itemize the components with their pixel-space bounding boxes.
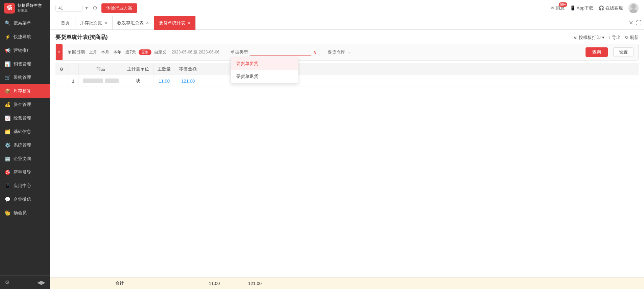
- topbar-number-input[interactable]: 41: [55, 5, 82, 12]
- date-more-tag[interactable]: 更多: [139, 49, 151, 55]
- tab-nav: 首页 库存批次账 ✕ 收发存汇总表 ✕ 要货单统计表 ✕ ✕ ⛶: [50, 16, 644, 30]
- td-amount: 121.00: [175, 75, 201, 87]
- basic-icon: 🗂️: [4, 128, 11, 135]
- date-filter-label: 单据日期: [67, 49, 85, 55]
- sidebar-item-wechat[interactable]: 💬企业微信: [0, 193, 50, 206]
- refresh-btn[interactable]: ↻ 刷新: [625, 35, 639, 41]
- th-goods: 商品: [79, 63, 123, 75]
- warehouse-filter-section: 要货仓库 ···: [328, 49, 352, 55]
- type-dropdown-arrow[interactable]: ∧: [313, 49, 316, 55]
- trial-button[interactable]: 体验行业方案: [101, 3, 137, 13]
- export-btn[interactable]: ↑ 导出: [609, 35, 621, 41]
- sidebar-item-basic[interactable]: 🗂️基础信息: [0, 125, 50, 138]
- sidebar-item-finance[interactable]: 💰资金管理: [0, 98, 50, 111]
- tab-extra-close[interactable]: ✕: [629, 20, 633, 26]
- tab-requisition[interactable]: 要货单统计表 ✕: [154, 16, 196, 30]
- shortcut-icon: ⚡: [4, 34, 11, 40]
- sidebar-item-system[interactable]: ⚙️系统管理: [0, 138, 50, 152]
- td-goods: [79, 75, 123, 87]
- content-actions: 🖨 按模板打印 ▾ ↑ 导出 ↻ 刷新: [573, 35, 639, 41]
- sidebar-logo: 畅 畅捷通好生意 标准版: [0, 0, 50, 16]
- th-unit: 主计量单位: [123, 63, 153, 75]
- print-arrow[interactable]: ▾: [602, 35, 604, 40]
- collapse-icon[interactable]: ◀▶: [37, 279, 45, 286]
- sidebar-item-sales[interactable]: 📊销售管理: [0, 57, 50, 71]
- logo-icon: 畅: [4, 3, 15, 14]
- type-filter-input[interactable]: [250, 49, 311, 55]
- sidebar-item-operation[interactable]: 📈经营管理: [0, 111, 50, 125]
- tab-collect[interactable]: 收发存汇总表 ✕: [113, 16, 154, 30]
- date-7days[interactable]: 近7天: [124, 49, 137, 56]
- th-qty: 主数量: [153, 63, 175, 75]
- query-button[interactable]: 查询: [586, 47, 608, 57]
- online-service-item[interactable]: 🎧 在线客服: [599, 5, 623, 11]
- date-custom[interactable]: 自定义: [153, 49, 168, 56]
- sidebar-item-shortcut[interactable]: ⚡快捷导航: [0, 30, 50, 44]
- topbar-right: ✉ 消息 99+ 📱 App下载 🎧 在线客服: [551, 3, 639, 13]
- sidebar-item-purchase[interactable]: 🛒采购管理: [0, 71, 50, 84]
- sidebar-item-appstore[interactable]: 📱应用中心: [0, 179, 50, 193]
- goods-placeholder-2: [105, 79, 119, 83]
- topbar-dropdown-arrow[interactable]: ▼: [85, 6, 89, 10]
- date-year[interactable]: 本年: [112, 49, 123, 56]
- system-icon: ⚙️: [4, 142, 11, 149]
- date-range-display: 2023-05-06 至 2023-06-06: [172, 49, 219, 55]
- sales-icon: 📊: [4, 61, 11, 67]
- print-btn[interactable]: 🖨 按模板打印 ▾: [573, 35, 604, 41]
- settings-button[interactable]: 设置: [613, 47, 634, 57]
- settings-bottom-icon[interactable]: ⚙: [5, 279, 9, 286]
- tab-collect-close[interactable]: ✕: [146, 21, 149, 25]
- content-header: 要货单统计表(按商品) 🖨 按模板打印 ▾ ↑ 导出 ↻ 刷新: [50, 30, 644, 44]
- tab-home[interactable]: 首页: [55, 16, 75, 30]
- table-settings-icon: ⚙: [59, 67, 64, 72]
- user-avatar[interactable]: [628, 3, 639, 13]
- export-icon: ↑: [609, 35, 611, 40]
- topbar: 41 ▼ ⚙ 体验行业方案 ✉ 消息 99+ 📱 App下载 🎧 在线客服: [50, 0, 644, 16]
- sidebar-item-member[interactable]: 👑畅会员: [0, 206, 50, 220]
- td-qty: 11.00: [153, 75, 175, 87]
- tab-batch-label: 库存批次账: [80, 20, 102, 26]
- messages-item[interactable]: ✉ 消息 99+: [551, 5, 565, 11]
- td-settings: [55, 75, 68, 87]
- content: 要货单统计表(按商品) 🖨 按模板打印 ▾ ↑ 导出 ↻ 刷新 »: [50, 30, 644, 289]
- purchase-icon: 🛒: [4, 74, 11, 81]
- sidebar-item-guide[interactable]: 🎯新手引导: [0, 165, 50, 179]
- app-download-item[interactable]: 📱 App下载: [570, 5, 593, 11]
- date-shortcuts: 上月 本月 本年 近7天 更多 自定义: [88, 49, 168, 56]
- table-area: ⚙ 商品 主计量单位 主数量 零售金额 1: [50, 63, 644, 277]
- sidebar-search-label: 搜索菜单: [14, 20, 31, 26]
- dropdown-item-requisition[interactable]: 要货单要货: [231, 57, 298, 70]
- logo-text: 畅捷通好生意 标准版: [18, 3, 42, 13]
- dropdown-item-return[interactable]: 要货单退货: [231, 70, 298, 83]
- tab-requisition-close[interactable]: ✕: [187, 21, 191, 25]
- finance-icon: 💰: [4, 101, 11, 108]
- messages-badge: 99+: [559, 2, 567, 7]
- table-row: 1 块 11.00 121.00: [55, 75, 639, 87]
- guide-icon: 🎯: [4, 169, 11, 176]
- operation-icon: 📈: [4, 115, 11, 121]
- tab-extra-expand[interactable]: ⛶: [636, 20, 641, 26]
- td-seq: 1: [68, 75, 79, 87]
- filter-bar: » 单据日期 上月 本月 本年 近7天 更多 自定义 2023-05-06 至 …: [55, 44, 639, 61]
- member-icon: 👑: [4, 209, 11, 216]
- filter-expand-button[interactable]: »: [56, 44, 63, 60]
- type-filter-section: 单据类型 ∧ 要货单要货 要货单退货: [231, 49, 316, 55]
- sidebar-item-inventory[interactable]: 📦库存核算: [0, 84, 50, 98]
- sidebar-bottom: ⚙ ◀▶: [0, 275, 50, 289]
- tab-batch-close[interactable]: ✕: [104, 21, 108, 25]
- topbar-gear-icon[interactable]: ⚙: [93, 5, 97, 11]
- date-prev-month[interactable]: 上月: [88, 49, 98, 56]
- tab-batch[interactable]: 库存批次账 ✕: [75, 16, 113, 30]
- sidebar-item-enterprise[interactable]: 🏢企业协同: [0, 152, 50, 165]
- online-service-icon: 🎧: [599, 5, 604, 10]
- page-title: 要货单统计表(按商品): [55, 34, 108, 41]
- th-settings[interactable]: ⚙: [55, 63, 68, 75]
- sidebar-item-marketing[interactable]: 📢营销推广: [0, 44, 50, 57]
- table-header-row: ⚙ 商品 主计量单位 主数量 零售金额: [55, 63, 639, 75]
- sidebar: 畅 畅捷通好生意 标准版 🔍 搜索菜单 ⚡快捷导航 📢营销推广 📊销售管理 🛒采…: [0, 0, 50, 289]
- warehouse-more-icon[interactable]: ···: [347, 49, 352, 55]
- tab-collect-label: 收发存汇总表: [117, 20, 144, 26]
- sidebar-item-search[interactable]: 🔍 搜索菜单: [0, 16, 50, 30]
- topbar-input-area: 41 ▼: [55, 5, 89, 12]
- date-curr-month[interactable]: 本月: [100, 49, 111, 56]
